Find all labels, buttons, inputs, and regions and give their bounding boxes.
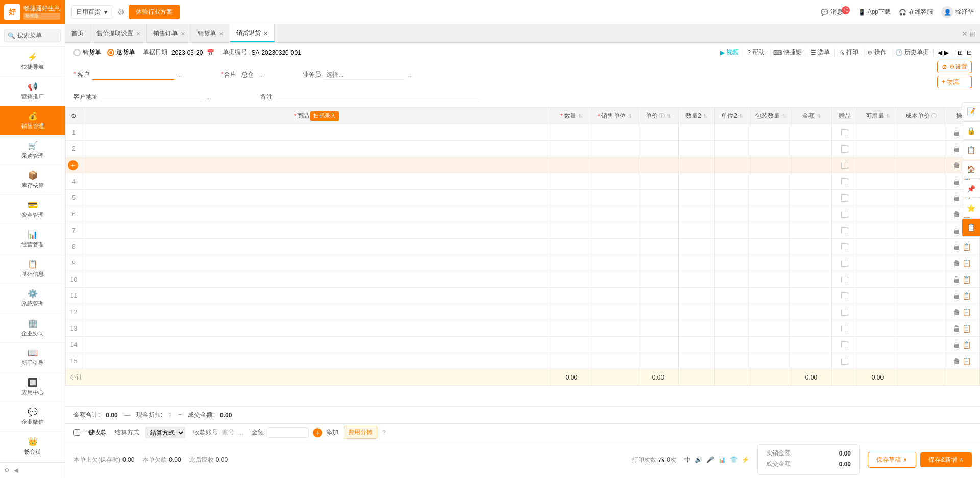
help-button[interactable]: ? 帮助: [747, 48, 765, 57]
tab-home[interactable]: 首页: [65, 24, 90, 42]
sales-unit-cell[interactable]: [592, 239, 638, 255]
sales-unit-cell[interactable]: [592, 124, 638, 141]
quantity2-cell[interactable]: [679, 304, 715, 320]
gift-checkbox[interactable]: [841, 194, 848, 202]
copy-row-button[interactable]: 📋: [962, 275, 971, 284]
right-action-4[interactable]: 🏠: [962, 160, 980, 179]
sidebar-item-system[interactable]: ⚙️ 系统管理: [0, 284, 65, 313]
agent-select-dots[interactable]: ...: [408, 71, 413, 78]
sidebar-item-guide[interactable]: 📖 新手引导: [0, 343, 65, 372]
product-cell[interactable]: [82, 288, 551, 304]
gift-cell[interactable]: [832, 206, 857, 222]
amount-cell[interactable]: [791, 304, 832, 320]
gift-cell[interactable]: [832, 320, 857, 337]
delete-row-button[interactable]: 🗑: [953, 243, 960, 251]
product-cell[interactable]: [82, 190, 551, 206]
sales-unit-cell[interactable]: [592, 206, 638, 222]
product-cell[interactable]: [82, 173, 551, 190]
collapse-button[interactable]: ◀: [14, 467, 18, 474]
amount-cell[interactable]: [791, 353, 832, 369]
right-action-1[interactable]: 📝: [962, 102, 980, 120]
gift-cell[interactable]: [832, 222, 857, 239]
delete-row-button[interactable]: 🗑: [953, 178, 960, 186]
save-new-button[interactable]: 保存&新增 ∧: [920, 452, 972, 467]
amount-cell[interactable]: [791, 206, 832, 222]
delete-row-button[interactable]: 🗑: [953, 145, 960, 153]
app-download-button[interactable]: 📱 App下载: [858, 8, 891, 16]
amount-cell[interactable]: [791, 255, 832, 271]
gift-checkbox[interactable]: [841, 129, 848, 136]
sales-unit-cell[interactable]: [592, 353, 638, 369]
one-key-payment-checkbox[interactable]: 一键收款: [74, 428, 107, 437]
pack-quantity-cell[interactable]: [750, 337, 791, 353]
view-list-button[interactable]: ⊟: [967, 49, 972, 56]
sales-unit-cell[interactable]: [592, 190, 638, 206]
amount-cell[interactable]: [791, 157, 832, 173]
quantity2-cell[interactable]: [679, 222, 715, 239]
delete-row-button[interactable]: 🗑: [953, 194, 960, 202]
table-settings-icon[interactable]: ⚙: [71, 113, 77, 120]
quantity2-cell[interactable]: [679, 206, 715, 222]
delete-row-button[interactable]: 🗑: [953, 308, 960, 316]
unit2-cell[interactable]: [715, 255, 750, 271]
gift-checkbox[interactable]: [841, 276, 848, 283]
cost-price-cell[interactable]: [898, 271, 944, 288]
available-cell[interactable]: [857, 271, 898, 288]
quantity-cell[interactable]: [551, 222, 592, 239]
sidebar-item-inventory[interactable]: 📦 库存核算: [0, 165, 65, 195]
sidebar-search[interactable]: 🔍 搜索菜单: [0, 24, 65, 47]
copy-row-button[interactable]: 📋: [962, 259, 971, 267]
quantity2-cell[interactable]: [679, 141, 715, 157]
tab-sales-order[interactable]: 销售订单 ×: [147, 24, 191, 42]
unit2-cell[interactable]: [715, 288, 750, 304]
available-cell[interactable]: [857, 222, 898, 239]
scroll-right-button[interactable]: ▶: [944, 49, 949, 56]
sales-unit-cell[interactable]: [592, 141, 638, 157]
sidebar-item-wechat[interactable]: 💬 企业微信: [0, 402, 65, 432]
gift-checkbox[interactable]: [841, 145, 848, 153]
cost-price-cell[interactable]: [898, 239, 944, 255]
unit2-cell[interactable]: [715, 239, 750, 255]
gift-cell[interactable]: [832, 353, 857, 369]
cost-price-cell[interactable]: [898, 304, 944, 320]
unit-price-cell[interactable]: [638, 288, 679, 304]
address-input[interactable]: [101, 92, 203, 102]
delete-row-button[interactable]: 🗑: [953, 341, 960, 349]
product-cell[interactable]: [82, 124, 551, 141]
product-cell[interactable]: [82, 353, 551, 369]
product-cell[interactable]: [82, 255, 551, 271]
cost-price-cell[interactable]: [898, 141, 944, 157]
pack-quantity-cell[interactable]: [750, 124, 791, 141]
amount-cell[interactable]: [791, 271, 832, 288]
quantity-cell[interactable]: [551, 337, 592, 353]
unit2-cell[interactable]: [715, 141, 750, 157]
right-action-7[interactable]: 📋: [962, 218, 980, 237]
unit-price-info-icon[interactable]: ⓘ: [659, 112, 665, 120]
unit2-cell[interactable]: [715, 320, 750, 337]
gift-cell[interactable]: [832, 239, 857, 255]
delete-row-button[interactable]: 🗑: [953, 129, 960, 137]
operations-button[interactable]: ⚙ 操作: [867, 48, 887, 57]
tab-close-sales-delivery[interactable]: ×: [219, 30, 223, 38]
quantity-cell[interactable]: [551, 271, 592, 288]
fee-split-button[interactable]: 费用分摊: [344, 426, 377, 439]
cost-price-cell[interactable]: [898, 206, 944, 222]
scan-input-button[interactable]: 扫码录入: [310, 111, 339, 121]
unit2-cell[interactable]: [715, 206, 750, 222]
sales-unit-cell[interactable]: [592, 255, 638, 271]
product-cell[interactable]: [82, 320, 551, 337]
pack-quantity-cell[interactable]: [750, 190, 791, 206]
sales-unit-cell[interactable]: [592, 337, 638, 353]
gift-checkbox[interactable]: [841, 227, 848, 234]
available-cell[interactable]: [857, 304, 898, 320]
bottom-icon-5[interactable]: 👕: [730, 456, 738, 463]
print-button[interactable]: 🖨 打印: [839, 48, 859, 57]
pack-quantity-cell[interactable]: [750, 206, 791, 222]
quantity-cell[interactable]: [551, 239, 592, 255]
gift-checkbox[interactable]: [841, 341, 848, 348]
unit-price-cell[interactable]: [638, 190, 679, 206]
gift-checkbox[interactable]: [841, 309, 848, 316]
amount-input[interactable]: [268, 427, 309, 438]
view-grid-button[interactable]: ⊞: [958, 49, 963, 56]
amount-cell[interactable]: [791, 337, 832, 353]
